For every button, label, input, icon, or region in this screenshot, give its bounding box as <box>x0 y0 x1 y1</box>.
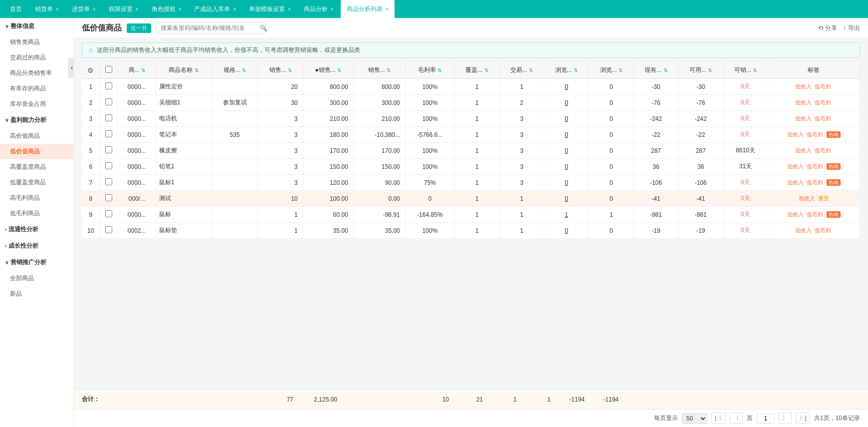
close-icon[interactable]: × <box>136 6 139 12</box>
row-checkbox-cell[interactable] <box>100 111 118 127</box>
browse-link[interactable]: 0 <box>565 99 568 106</box>
sidebar-collapse-btn[interactable]: ‹ <box>68 58 74 78</box>
row-checkbox-cell[interactable] <box>100 207 118 223</box>
browse-link[interactable]: 0 <box>565 163 568 170</box>
th-checkbox[interactable] <box>100 62 118 79</box>
export-btn[interactable]: ↑ 导出 <box>843 24 860 32</box>
browse-link[interactable]: 0 <box>565 195 568 202</box>
th-code[interactable]: 商... ⇅ <box>118 62 156 79</box>
row-browse1[interactable]: 0 <box>544 127 589 143</box>
sidebar-item-low-profit[interactable]: 低毛利商品 <box>0 206 73 221</box>
row-browse1[interactable]: 0 <box>544 79 589 95</box>
sidebar-item-high-profit[interactable]: 高毛利商品 <box>0 190 73 206</box>
row-checkbox[interactable] <box>105 98 112 105</box>
th-sales-amount2[interactable]: 销售... ⇅ <box>353 62 405 79</box>
share-btn[interactable]: ⟲ 分享 <box>818 24 837 32</box>
row-browse1[interactable]: 0 <box>544 175 589 191</box>
close-icon[interactable]: × <box>93 6 96 12</box>
sidebar-group-profit[interactable]: ∨ 盈利能力分析 <box>0 112 73 128</box>
row-checkbox-cell[interactable] <box>100 191 118 207</box>
row-checkbox-cell[interactable] <box>100 95 118 111</box>
page-size-select[interactable]: 50 100 200 <box>682 413 707 424</box>
nav-role[interactable]: 角色授权 × <box>146 0 188 18</box>
row-browse1[interactable]: 1 <box>544 207 589 223</box>
row-checkbox[interactable] <box>105 178 112 185</box>
close-icon[interactable]: × <box>56 6 59 12</box>
gear-icon[interactable]: ⚙ <box>87 66 94 74</box>
row-checkbox[interactable] <box>105 82 112 89</box>
th-tags[interactable]: 标签 <box>768 62 860 79</box>
sidebar-item-sales-goods[interactable]: 销售类商品 <box>0 34 73 50</box>
row-checkbox-cell[interactable] <box>100 175 118 191</box>
row-checkbox-cell[interactable] <box>100 143 118 159</box>
sidebar-item-high-coverage[interactable]: 高覆盖度商品 <box>0 159 73 175</box>
close-icon[interactable]: × <box>233 6 236 12</box>
sidebar-item-low-coverage[interactable]: 低覆盖度商品 <box>0 175 73 190</box>
row-checkbox-cell[interactable] <box>100 79 118 95</box>
search-input[interactable] <box>156 22 266 34</box>
th-sell-days[interactable]: 可销... ⇅ <box>723 62 768 79</box>
th-trade[interactable]: 交易... ⇅ <box>499 62 544 79</box>
sidebar-item-stock-goods[interactable]: 有库存的商品 <box>0 81 73 96</box>
nav-goods-analysis[interactable]: 商品分析 × <box>298 0 340 18</box>
row-checkbox[interactable] <box>105 130 112 137</box>
row-browse1[interactable]: 0 <box>544 111 589 127</box>
close-icon[interactable]: × <box>331 6 334 12</box>
th-avail[interactable]: 可用... ⇅ <box>678 62 723 79</box>
row-checkbox-cell[interactable] <box>100 223 118 239</box>
row-checkbox[interactable] <box>105 162 112 169</box>
sidebar-group-overall[interactable]: ∨ 整体信息 <box>0 18 73 34</box>
nav-permission[interactable]: 权限设置 × <box>103 0 145 18</box>
search-icon[interactable]: 🔍 <box>260 24 267 31</box>
page-input[interactable] <box>757 414 775 424</box>
nav-purchase[interactable]: 进货单 × <box>66 0 102 18</box>
sidebar-group-growth[interactable]: › 成长性分析 <box>0 238 73 254</box>
sidebar-item-traded-goods[interactable]: 交易过的商品 <box>0 50 73 65</box>
row-browse1[interactable]: 0 <box>544 143 589 159</box>
th-sales-qty[interactable]: 销售... ⇅ <box>258 62 303 79</box>
browse-link[interactable]: 1 <box>565 211 568 218</box>
row-browse1[interactable]: 0 <box>544 95 589 111</box>
nav-sales[interactable]: 销货单 × <box>29 0 65 18</box>
row-checkbox[interactable] <box>105 194 112 201</box>
browse-link[interactable]: 0 <box>565 227 568 234</box>
th-settings[interactable]: ⚙ <box>82 62 100 79</box>
th-coverage[interactable]: 覆盖... ⇅ <box>454 62 499 79</box>
browse-link[interactable]: 0 <box>565 83 568 90</box>
nav-template[interactable]: 单据模板设置 × <box>243 0 297 18</box>
row-checkbox-cell[interactable] <box>100 159 118 175</box>
th-gross-rate[interactable]: 毛利率 ⇅ <box>405 62 454 79</box>
row-browse1[interactable]: 0 <box>544 191 589 207</box>
sidebar-item-new-goods[interactable]: 新品 <box>0 286 73 302</box>
sidebar-item-high-value[interactable]: 高价值商品 <box>0 128 73 144</box>
th-browse2[interactable]: 浏览... ⇅ <box>589 62 634 79</box>
nav-goods-list[interactable]: 商品分析列表 × <box>341 0 395 18</box>
last-page-btn[interactable]: 〉| <box>796 413 810 424</box>
row-checkbox[interactable] <box>105 210 112 217</box>
close-icon[interactable]: × <box>179 6 182 12</box>
browse-link[interactable]: 0 <box>565 179 568 186</box>
prev-page-btn[interactable]: 〈 <box>730 413 743 424</box>
first-page-btn[interactable]: |〈 <box>711 413 726 424</box>
row-browse1[interactable]: 0 <box>544 159 589 175</box>
sidebar-group-flow[interactable]: › 流通性分析 <box>0 221 73 238</box>
th-browse1[interactable]: 浏览... ⇅ <box>544 62 589 79</box>
sidebar-item-low-value[interactable]: 低价值商品 <box>0 144 73 159</box>
time-filter-btn[interactable]: 近一月 <box>127 23 151 33</box>
browse-link[interactable]: 0 <box>565 115 568 122</box>
browse-link[interactable]: 0 <box>565 147 568 154</box>
select-all-checkbox[interactable] <box>105 66 112 73</box>
table-container[interactable]: ⚙ 商... ⇅ 商品名称 ⇅ 规格... ⇅ 销售... ⇅ ●销售... ⇅… <box>82 62 860 389</box>
sidebar-item-category-rate[interactable]: 商品分类销售率 <box>0 65 73 81</box>
th-name[interactable]: 商品名称 ⇅ <box>156 62 211 79</box>
browse-link[interactable]: 0 <box>565 131 568 138</box>
next-page-btn[interactable]: 〉 <box>779 413 792 424</box>
row-checkbox[interactable] <box>105 114 112 121</box>
th-stock[interactable]: 现有... ⇅ <box>634 62 678 79</box>
close-icon[interactable]: × <box>288 6 291 12</box>
sidebar-group-marketing[interactable]: ∨ 营销推广分析 <box>0 254 73 271</box>
row-checkbox[interactable] <box>105 226 112 233</box>
th-spec[interactable]: 规格... ⇅ <box>212 62 258 79</box>
row-checkbox-cell[interactable] <box>100 127 118 143</box>
sidebar-item-all-goods[interactable]: 全部商品 <box>0 271 73 286</box>
